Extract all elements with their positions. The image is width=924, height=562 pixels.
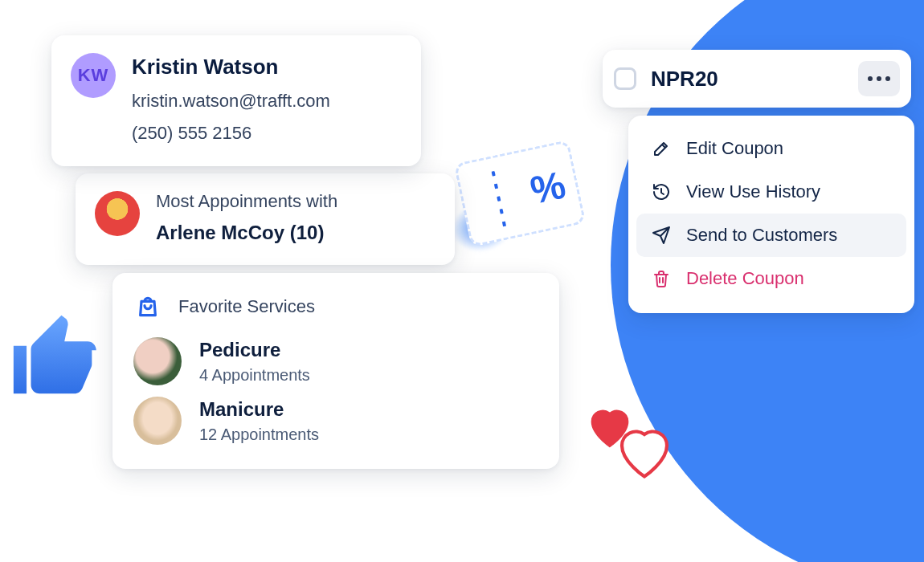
menu-item-label: Send to Customers	[686, 225, 837, 246]
menu-item-delete-coupon[interactable]: Delete Coupon	[636, 257, 906, 300]
shopping-bag-icon	[133, 292, 162, 321]
service-appointment-count: 4 Appointments	[199, 366, 310, 385]
service-name: Manicure	[199, 398, 319, 421]
coupon-actions-menu: Edit Coupon View Use History Send to Cus…	[628, 116, 914, 313]
thumbs-up-icon	[5, 307, 109, 411]
service-thumbnail	[133, 337, 182, 385]
menu-item-view-use-history[interactable]: View Use History	[636, 170, 906, 214]
service-name: Pedicure	[199, 339, 310, 361]
pencil-icon	[651, 138, 672, 159]
most-appointments-card: Most Appoinments with Arlene McCoy (10)	[76, 173, 455, 265]
service-row: Pedicure 4 Appointments	[133, 337, 538, 385]
send-icon	[651, 225, 672, 246]
trash-icon	[651, 268, 672, 289]
customer-email: kristin.watson@trafft.com	[132, 91, 330, 112]
customer-phone: (250) 555 2156	[132, 123, 330, 144]
menu-item-label: Edit Coupon	[686, 138, 783, 159]
menu-item-edit-coupon[interactable]: Edit Coupon	[636, 127, 906, 170]
favorite-services-title: Favorite Services	[178, 296, 315, 317]
hearts-graphic	[582, 398, 694, 479]
menu-item-label: View Use History	[686, 181, 820, 202]
service-row: Manicure 12 Appointments	[133, 397, 538, 445]
service-thumbnail	[133, 397, 182, 445]
favorite-services-card: Favorite Services Pedicure 4 Appointment…	[112, 273, 559, 469]
coupon-select-checkbox[interactable]	[614, 67, 636, 90]
most-appointments-value: Arlene McCoy (10)	[156, 222, 337, 244]
most-appointments-label: Most Appoinments with	[156, 191, 337, 212]
coupon-ticket-graphic: %	[454, 140, 587, 247]
menu-item-label: Delete Coupon	[686, 268, 804, 289]
menu-item-send-to-customers[interactable]: Send to Customers	[636, 214, 906, 257]
coupon-row: NPR20	[603, 50, 911, 108]
staff-avatar	[95, 191, 140, 236]
history-icon	[651, 181, 672, 202]
customer-card: KW Kristin Watson kristin.watson@trafft.…	[51, 35, 421, 166]
coupon-code: NPR20	[651, 67, 718, 92]
ellipsis-icon	[868, 76, 873, 81]
avatar: KW	[71, 53, 116, 98]
service-appointment-count: 12 Appointments	[199, 426, 319, 444]
customer-name: Kristin Watson	[132, 55, 330, 79]
more-options-button[interactable]	[858, 61, 900, 96]
